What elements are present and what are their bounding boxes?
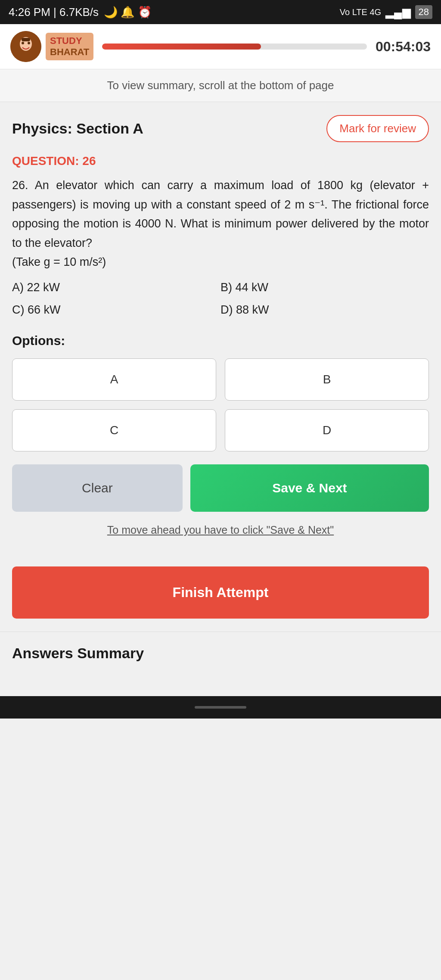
save-next-button[interactable]: Save & Next (190, 464, 429, 512)
choice-b: B) 44 kW (220, 276, 429, 299)
logo-area: STUDY BHARAT (10, 31, 93, 62)
progress-timer-area: 00:54:03 (102, 39, 431, 55)
battery-indicator: 28 (415, 5, 432, 19)
progress-bar-container (102, 44, 367, 50)
logo-text-block: STUDY BHARAT (46, 33, 93, 60)
logo-icon (10, 31, 41, 62)
logo-bharat: BHARAT (50, 47, 89, 58)
progress-bar-fill (102, 44, 261, 50)
option-b-button[interactable]: B (225, 358, 429, 401)
question-text: An elevator which can carry a maximum lo… (12, 179, 429, 249)
svg-point-3 (28, 42, 30, 44)
app-header: STUDY BHARAT 00:54:03 (0, 24, 441, 69)
status-bar: 4:26 PM | 6.7KB/s 🌙 🔔 ⏰ Vo LTE 4G ▂▄▆ 28 (0, 0, 441, 24)
signal-icons: 🌙 🔔 ⏰ (104, 6, 151, 19)
options-label: Options: (12, 333, 429, 348)
finish-section: Finish Attempt (0, 566, 441, 632)
choice-d: D) 88 kW (220, 299, 429, 321)
section-title: Physics: Section A (12, 120, 143, 137)
choice-a: A) 22 kW (12, 276, 220, 299)
option-a-button[interactable]: A (12, 358, 216, 401)
finish-attempt-button[interactable]: Finish Attempt (12, 566, 429, 619)
option-c-button[interactable]: C (12, 409, 216, 451)
hint-text: To move ahead you have to click "Save & … (12, 524, 429, 536)
status-right: Vo LTE 4G ▂▄▆ 28 (340, 5, 432, 19)
answers-summary-title: Answers Summary (12, 645, 429, 662)
section-header: Physics: Section A Mark for review (12, 115, 429, 142)
answers-summary-section: Answers Summary (0, 632, 441, 696)
choices-grid: A) 22 kW B) 44 kW C) 66 kW D) 88 kW (12, 276, 429, 321)
status-left: 4:26 PM | 6.7KB/s 🌙 🔔 ⏰ (9, 6, 152, 19)
logo-study: STUDY (50, 35, 89, 47)
svg-rect-4 (22, 38, 30, 41)
question-takeg: (Take g = 10 m/s²) (12, 255, 106, 268)
bottom-nav (0, 696, 441, 719)
timer-display: 00:54:03 (376, 39, 431, 55)
main-content: Physics: Section A Mark for review QUEST… (0, 102, 441, 566)
question-number: 26. (12, 179, 28, 192)
nav-indicator (195, 706, 246, 709)
choice-c: C) 66 kW (12, 299, 220, 321)
svg-point-2 (22, 42, 24, 44)
question-body: 26. An elevator which can carry a maximu… (12, 176, 429, 321)
scroll-hint: To view summary, scroll at the bottom of… (0, 69, 441, 102)
question-label: QUESTION: 26 (12, 154, 429, 168)
time-display: 4:26 PM | 6.7KB/s (9, 6, 99, 19)
action-row: Clear Save & Next (12, 464, 429, 512)
lte-icon: Vo LTE 4G (340, 7, 381, 17)
option-d-button[interactable]: D (225, 409, 429, 451)
clear-button[interactable]: Clear (12, 464, 183, 512)
mark-review-button[interactable]: Mark for review (326, 115, 429, 142)
options-grid: A B C D (12, 358, 429, 451)
signal-bars: ▂▄▆ (385, 6, 410, 19)
